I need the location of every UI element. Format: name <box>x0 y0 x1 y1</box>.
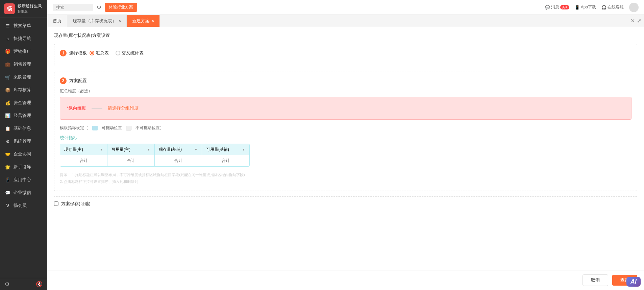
section1-header: 1 选择模板 汇总表 交叉统计表 <box>60 50 631 56</box>
tab-home[interactable]: 首页 <box>47 15 67 27</box>
sidebar-item-app-center[interactable]: 📱 应用中心 <box>0 173 47 186</box>
sidebar-item-guide[interactable]: 🌟 新手引导 <box>0 161 47 173</box>
col-header-3[interactable]: 可用量(基辅) ▼ <box>202 144 249 155</box>
save-label: 方案保存(可选) <box>61 201 91 207</box>
phone-icon: 📱 <box>5 177 11 183</box>
dimension-area: *纵向维度 —— 请选择分组维度 <box>60 97 631 120</box>
sidebar-item-label: 系统管理 <box>14 138 31 144</box>
sidebar-item-label: 企业协同 <box>14 151 31 157</box>
search-input[interactable] <box>53 4 93 11</box>
page-title: 现存量(库存状况表)方案设置 <box>54 32 637 39</box>
tab-new-plan-label: 新建方案 <box>132 18 150 24</box>
sidebar-item-label: 销售管理 <box>14 61 31 67</box>
col-label-1: 可用量(主) <box>112 147 130 152</box>
sidebar-item-basic-info[interactable]: 📋 基础信息 <box>0 122 47 135</box>
sidebar-footer: ⚙ 🔇 <box>0 278 47 290</box>
sidebar-item-inventory[interactable]: 📦 库存核算 <box>0 83 47 96</box>
tab-new-plan[interactable]: 新建方案 × <box>127 15 160 27</box>
col-label-2: 现存量(基辅) <box>159 147 182 152</box>
section2-header: 2 方案配置 <box>60 77 631 84</box>
sidebar-item-operations[interactable]: 📊 经营管理 <box>0 109 47 122</box>
sidebar-item-label: 采购管理 <box>14 74 31 80</box>
sidebar-item-cooperation[interactable]: 🤝 企业协同 <box>0 148 47 161</box>
template-radio-group: 汇总表 交叉统计表 <box>90 50 144 56</box>
hints-area: 提示： 1.拖动标题栏可以调整布局，不可跨维度或指标区域拖动栏目字段(只能在同一… <box>60 172 631 185</box>
indicator-row: 模板指标设定（ 可拖动位置 不可拖动位置） <box>60 125 631 131</box>
online-service[interactable]: 🎧 在线客服 <box>601 4 624 10</box>
dimension-label: 汇总维度（必选） <box>60 88 631 94</box>
app-download[interactable]: 📱 App下载 <box>575 4 596 10</box>
draggable-indicator <box>92 126 98 130</box>
sidebar-item-label: 资金管理 <box>14 100 31 106</box>
sidebar-item-sales[interactable]: 💼 销售管理 <box>0 58 47 71</box>
radio-summary[interactable]: 汇总表 <box>90 50 109 56</box>
cart-icon: 🛒 <box>5 74 11 80</box>
col-dropdown-2[interactable]: ▼ <box>194 148 198 151</box>
radio-cross-dot <box>116 51 120 55</box>
col-dropdown-1[interactable]: ▼ <box>147 148 150 151</box>
chart-icon: 📊 <box>5 113 11 119</box>
sidebar-item-label: 新手引导 <box>14 164 31 170</box>
radio-cross[interactable]: 交叉统计表 <box>116 50 144 56</box>
indicator-non-draggable-label: 不可拖动位置） <box>135 125 164 131</box>
non-draggable-indicator <box>126 126 131 130</box>
radio-cross-label: 交叉统计表 <box>122 50 144 56</box>
trial-btn[interactable]: 体验行业方案 <box>105 3 137 12</box>
stats-table-row: 合计 合计 合计 合计 <box>60 155 249 166</box>
tabs-bar: 首页 现存量（库存状况表） × 新建方案 × ✕ ⤢ <box>47 15 644 27</box>
sidebar-item-label: 企业微信 <box>14 190 31 196</box>
sales-icon: 💼 <box>5 61 11 67</box>
expand-btn[interactable]: ⤢ <box>637 18 641 24</box>
radio-summary-label: 汇总表 <box>96 50 109 56</box>
sidebar-item-member[interactable]: V 畅会员 <box>0 199 47 212</box>
col-header-1[interactable]: 可用量(主) ▼ <box>107 144 155 155</box>
search-menu-icon: ☰ <box>5 23 11 29</box>
tab-inventory-status[interactable]: 现存量（库存状况表） × <box>67 15 127 27</box>
message-area[interactable]: 💬 消息 99+ <box>545 4 569 10</box>
sidebar-item-label: 营销推广 <box>14 48 31 54</box>
save-checkbox[interactable] <box>54 201 58 206</box>
header-right: 💬 消息 99+ 📱 App下载 🎧 在线客服 <box>545 3 639 12</box>
sidebar-item-label: 基础信息 <box>14 125 31 131</box>
sidebar-item-label: 畅会员 <box>14 202 27 209</box>
top-header: ⚙ 体验行业方案 💬 消息 99+ 📱 App下载 🎧 在线客服 <box>47 0 644 15</box>
hint-1: 提示： 1.拖动标题栏可以调整布局，不可跨维度或指标区域拖动栏目字段(只能在同一… <box>60 172 631 178</box>
indicator-draggable-label: 可拖动位置 <box>102 125 122 131</box>
sidebar-item-label: 应用中心 <box>14 177 31 183</box>
tab-inventory-close[interactable]: × <box>119 19 121 23</box>
col-header-0[interactable]: 现存量(主) ▼ <box>60 144 107 155</box>
sound-footer-icon[interactable]: 🔇 <box>36 281 43 287</box>
sidebar-item-quick-nav[interactable]: ⌂ 快捷导航 <box>0 32 47 45</box>
phone-icon: 📱 <box>575 5 580 10</box>
message-label: 消息 <box>551 4 559 10</box>
sidebar-item-search-menu[interactable]: ☰ 搜索菜单 <box>0 19 47 32</box>
sidebar-item-marketing[interactable]: 🎁 营销推广 <box>0 45 47 58</box>
sidebar-nav: ☰ 搜索菜单 ⌂ 快捷导航 🎁 营销推广 💼 销售管理 🛒 采购管理 📦 库存核… <box>0 18 47 278</box>
avatar <box>629 3 639 12</box>
settings-icon[interactable]: ⚙ <box>97 4 101 10</box>
ai-badge[interactable]: Ai <box>626 277 641 287</box>
tabs-maximize: ✕ ⤢ <box>630 18 644 24</box>
sidebar-item-purchase[interactable]: 🛒 采购管理 <box>0 71 47 83</box>
message-icon: 💬 <box>545 5 550 10</box>
tab-new-plan-close[interactable]: × <box>152 19 154 23</box>
stats-table: 现存量(主) ▼ 可用量(主) ▼ 现存量(基辅) ▼ 可用量(基辅) ▼ <box>60 144 250 167</box>
dimension-placeholder[interactable]: 请选择分组维度 <box>108 105 139 111</box>
sidebar-item-wechat[interactable]: 💬 企业微信 <box>0 186 47 199</box>
tab-inventory-label: 现存量（库存状况表） <box>73 18 117 24</box>
sidebar-item-system[interactable]: ⚙ 系统管理 <box>0 135 47 148</box>
close-btn[interactable]: ✕ <box>630 18 635 24</box>
col-label-3: 可用量(基辅) <box>206 147 229 152</box>
sidebar-item-finance[interactable]: 💰 资金管理 <box>0 96 47 109</box>
col-header-2[interactable]: 现存量(基辅) ▼ <box>155 144 202 155</box>
logo-icon: 畅 <box>4 3 15 14</box>
sidebar: 畅 畅康通好生意 标准版 ☰ 搜索菜单 ⌂ 快捷导航 🎁 营销推广 💼 销售管理… <box>0 0 47 290</box>
indicator-label: 模板指标设定（ <box>60 125 88 131</box>
col-dropdown-3[interactable]: ▼ <box>242 148 245 151</box>
tab-home-label: 首页 <box>53 18 61 24</box>
sidebar-item-label: 快捷导航 <box>14 35 31 42</box>
cancel-button[interactable]: 取消 <box>583 274 608 286</box>
col-dropdown-0[interactable]: ▼ <box>100 148 103 151</box>
settings-footer-icon[interactable]: ⚙ <box>5 281 9 287</box>
dimension-required: *纵向维度 <box>67 105 86 111</box>
